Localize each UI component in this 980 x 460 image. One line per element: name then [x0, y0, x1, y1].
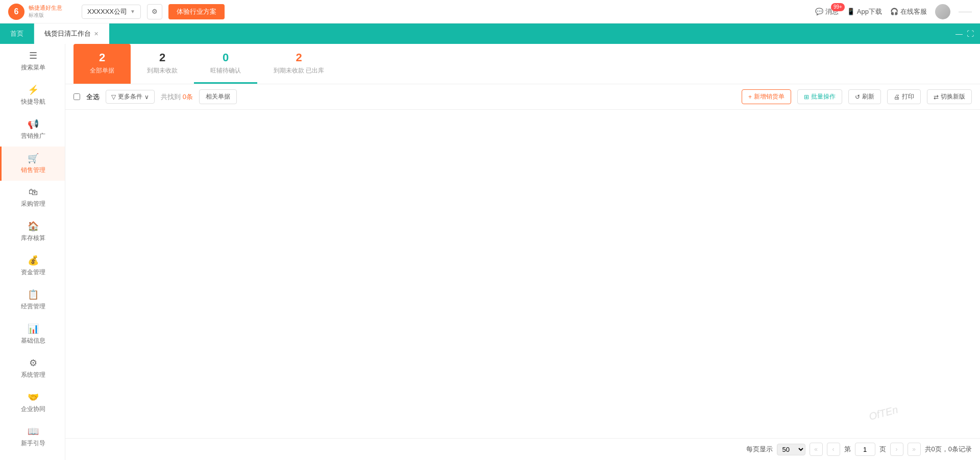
sidebar-item-quick-nav-label: 快捷导航 [21, 98, 45, 106]
sidebar-item-search-label: 搜索菜单 [21, 63, 45, 72]
batch-label: 批量操作 [811, 92, 836, 101]
quick-nav-icon: ⚡ [28, 84, 39, 95]
system-icon: ⚙ [29, 357, 37, 369]
summary-card-overdue[interactable]: 2 到期未收款 [131, 44, 194, 84]
prev-page-button[interactable]: ‹ [827, 443, 840, 456]
first-page-button[interactable]: « [810, 443, 823, 456]
purchase-icon: 🛍 [29, 187, 38, 198]
tab-home-label: 首页 [10, 29, 23, 38]
refresh-label: 刷新 [862, 92, 874, 101]
sidebar-item-apps[interactable]: 🎁 应用中心 [0, 454, 65, 460]
sidebar-item-guide[interactable]: 📖 新手引导 [0, 420, 65, 454]
sidebar-item-search[interactable]: ☰ 搜索菜单 [0, 44, 65, 78]
batch-icon: ⊞ [804, 93, 809, 101]
sidebar: ☰ 搜索菜单 ⚡ 快捷导航 📢 营销推广 🛒 销售管理 🛍 采购管理 🏠 库存核… [0, 44, 65, 460]
print-label: 打印 [902, 92, 914, 101]
trial-button[interactable]: 体验行业方案 [168, 4, 225, 19]
page-suffix-label: 页 [879, 445, 886, 454]
more-filter-button[interactable]: ▽ 更多条件 ∨ [106, 90, 155, 104]
table-area [65, 110, 980, 438]
top-header: 6 畅捷通好生意 标准版 XXXXXX公司 ▼ ⚙ 体验行业方案 💬 消息 99… [0, 0, 980, 23]
filter-arrow-icon: ∨ [144, 93, 149, 101]
switch-version-button[interactable]: ⇄ 切换新版 [927, 89, 972, 104]
per-page-select[interactable]: 10 20 50 100 [777, 444, 805, 455]
select-all-checkbox[interactable] [74, 93, 80, 100]
sidebar-item-enterprise[interactable]: 🤝 企业协同 [0, 385, 65, 420]
sidebar-item-system[interactable]: ⚙ 系统管理 [0, 351, 65, 385]
message-badge: 99+ [831, 3, 845, 11]
online-service-item[interactable]: 🎧 在线客服 [890, 7, 927, 16]
header-right: 💬 消息 99+ 📱 App下载 🎧 在线客服 —— [815, 4, 972, 19]
app-badge: 标准版 [29, 12, 62, 19]
batch-operation-button[interactable]: ⊞ 批量操作 [797, 89, 842, 104]
sidebar-item-operations[interactable]: 📋 经营管理 [0, 283, 65, 317]
tab-work-station-label: 钱货日清工作台 [44, 29, 91, 38]
select-all-label: 全选 [86, 92, 100, 102]
sidebar-item-inventory[interactable]: 🏠 库存核算 [0, 214, 65, 249]
message-item[interactable]: 💬 消息 99+ [815, 7, 839, 16]
logo-text-area: 畅捷通好生意 标准版 [29, 4, 62, 18]
print-icon: 🖨 [894, 93, 900, 101]
download-icon: 📱 [847, 8, 855, 15]
refresh-button[interactable]: ↺ 刷新 [848, 89, 881, 104]
inventory-icon: 🏠 [28, 221, 39, 232]
last-page-button[interactable]: » [908, 443, 921, 456]
tab-work-station[interactable]: 钱货日清工作台 ✕ [34, 23, 109, 44]
search-menu-icon: ☰ [29, 50, 37, 61]
tab-home[interactable]: 首页 [0, 23, 34, 44]
app-download-label: App下载 [857, 7, 882, 16]
app-download-item[interactable]: 📱 App下载 [847, 7, 882, 16]
sidebar-item-purchase[interactable]: 🛍 采购管理 [0, 181, 65, 214]
sidebar-item-sales[interactable]: 🛒 销售管理 [0, 147, 65, 181]
related-orders-button[interactable]: 相关单据 [199, 89, 237, 104]
settings-button[interactable]: ⚙ [147, 4, 162, 19]
logo-area: 6 畅捷通好生意 标准版 [8, 4, 74, 20]
sidebar-item-inventory-label: 库存核算 [21, 234, 45, 243]
add-order-label: 新增销货单 [754, 92, 785, 101]
app-name: 畅捷通好生意 [29, 4, 62, 11]
minimize-icon[interactable]: — [955, 30, 963, 38]
add-order-button[interactable]: + 新增销货单 [742, 89, 791, 104]
operations-icon: 📋 [28, 289, 39, 300]
gear-icon: ⚙ [152, 8, 158, 15]
sales-icon: 🛒 [28, 153, 39, 164]
print-button[interactable]: 🖨 打印 [887, 89, 921, 104]
page-prefix-label: 第 [844, 445, 851, 454]
sidebar-item-marketing-label: 营销推广 [21, 132, 45, 140]
summary-card-all[interactable]: 2 全部单据 [74, 44, 131, 84]
sidebar-item-quick-nav[interactable]: ⚡ 快捷导航 [0, 78, 65, 112]
sidebar-item-sales-label: 销售管理 [21, 166, 45, 175]
summary-overdue-count: 2 [159, 51, 165, 64]
filter-icon: ▽ [111, 93, 116, 101]
sidebar-item-finance[interactable]: 💰 资金管理 [0, 249, 65, 283]
summary-overdue-out-label: 到期未收款 已出库 [274, 66, 324, 75]
summary-all-count: 2 [99, 51, 105, 64]
sidebar-item-purchase-label: 采购管理 [21, 200, 45, 208]
toolbar: 全选 ▽ 更多条件 ∨ 共找到 0条 相关单据 + 新增销货单 [65, 84, 980, 110]
sidebar-item-operations-label: 经营管理 [21, 302, 45, 311]
tab-bar-actions: — ⛶ [955, 30, 980, 38]
summary-card-overdue-out[interactable]: 2 到期未收款 已出库 [257, 44, 340, 84]
summary-card-wangfu[interactable]: 0 旺辅待确认 [194, 44, 257, 84]
enterprise-icon: 🤝 [28, 392, 39, 403]
header-center: XXXXXX公司 ▼ ⚙ 体验行业方案 [82, 4, 815, 19]
tab-close-icon[interactable]: ✕ [94, 31, 99, 37]
company-selector[interactable]: XXXXXX公司 ▼ [82, 5, 141, 19]
app-logo-icon: 6 [8, 4, 24, 20]
pagination: 每页显示 10 20 50 100 « ‹ 第 页 › » 共0页，0条记录 [65, 438, 980, 460]
sidebar-item-basic-info-label: 基础信息 [21, 336, 45, 345]
next-page-button[interactable]: › [890, 443, 903, 456]
found-text: 共找到 0条 [161, 92, 193, 102]
sidebar-item-marketing[interactable]: 📢 营销推广 [0, 112, 65, 147]
guide-icon: 📖 [28, 426, 39, 437]
summary-overdue-label: 到期未收款 [147, 66, 178, 75]
username-item[interactable]: —— [959, 8, 972, 15]
page-number-input[interactable] [855, 443, 875, 456]
tab-bar: 首页 钱货日清工作台 ✕ — ⛶ [0, 23, 980, 44]
maximize-icon[interactable]: ⛶ [967, 30, 974, 38]
related-orders-label: 相关单据 [206, 92, 230, 101]
add-icon: + [748, 93, 752, 101]
sidebar-item-basic-info[interactable]: 📊 基础信息 [0, 317, 65, 351]
avatar[interactable] [935, 4, 950, 19]
more-filter-label: 更多条件 [118, 92, 142, 101]
